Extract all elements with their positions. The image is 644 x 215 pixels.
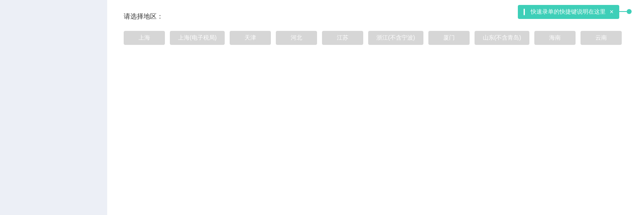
tooltip-dot (627, 9, 632, 14)
main-content: 请选择地区： 上海上海(电子税局)天津河北江苏浙江(不含宁波)厦门山东(不含青岛… (107, 0, 644, 215)
region-btn-shanghai-etax[interactable]: 上海(电子税局) (170, 31, 225, 45)
region-btn-zhejiang[interactable]: 浙江(不含宁波) (368, 31, 423, 45)
region-btn-hebei[interactable]: 河北 (276, 31, 317, 45)
tooltip-line (619, 11, 627, 12)
region-buttons: 上海上海(电子税局)天津河北江苏浙江(不含宁波)厦门山东(不含青岛)海南云南 (124, 31, 628, 45)
tooltip-text: 快速录单的快捷键说明在这里 (531, 8, 606, 16)
tooltip-banner: 快速录单的快捷键说明在这里 × (518, 5, 619, 19)
region-btn-xiamen[interactable]: 厦门 (428, 31, 470, 45)
region-btn-hainan[interactable]: 海南 (534, 31, 576, 45)
region-btn-shandong[interactable]: 山东(不含青岛) (475, 31, 529, 45)
region-btn-jiangsu[interactable]: 江苏 (322, 31, 363, 45)
region-btn-tianjin[interactable]: 天津 (230, 31, 271, 45)
tooltip-close-button[interactable]: × (610, 9, 613, 15)
sidebar (0, 0, 107, 215)
region-btn-yunnan[interactable]: 云南 (581, 31, 622, 45)
region-btn-shanghai[interactable]: 上海 (124, 31, 165, 45)
